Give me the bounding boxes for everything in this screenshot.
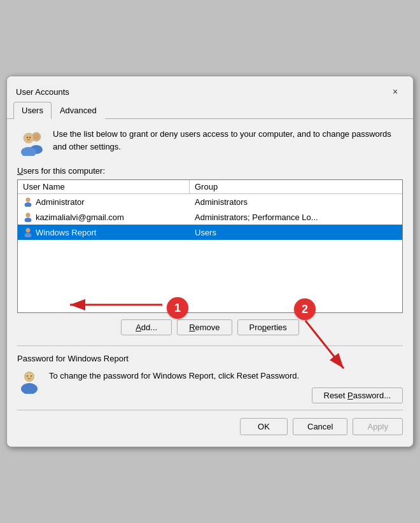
group-cell-winreport: Users (190, 227, 402, 239)
svg-point-18 (27, 375, 28, 377)
svg-point-12 (25, 218, 32, 222)
svg-point-17 (25, 373, 33, 380)
group-cell-admin: Administrators (190, 196, 402, 208)
svg-point-7 (29, 137, 31, 138)
users-section-label: Users for this computer: (17, 166, 403, 176)
name-cell-admin: Administrator (18, 195, 190, 208)
password-section: To change the password for Windows Repor… (17, 370, 403, 403)
remove-button[interactable]: Remove (177, 319, 232, 335)
intro-text: Use the list below to grant or deny user… (53, 128, 403, 153)
svg-point-11 (26, 213, 31, 218)
svg-point-13 (26, 228, 31, 233)
svg-point-8 (26, 198, 31, 202)
column-header-name: User Name (18, 180, 190, 193)
divider (17, 345, 403, 346)
group-cell-kazim: Administrators; Performance Lo... (190, 211, 402, 223)
reset-btn-row: Reset Password... (49, 387, 403, 403)
user-small-icon (23, 212, 33, 222)
table-row[interactable]: kazimalialvi@gmail.com Administrators; P… (18, 209, 402, 225)
tab-bar: Users Advanced (7, 102, 413, 119)
tab-users[interactable]: Users (13, 102, 52, 119)
apply-button[interactable]: Apply (353, 418, 403, 435)
bottom-divider (17, 410, 403, 410)
intro-section: Use the list below to grant or deny user… (17, 128, 403, 156)
password-user-icon (17, 370, 41, 394)
user-accounts-dialog: User Accounts × Users Advanced (6, 76, 414, 447)
column-header-group: Group (190, 180, 402, 193)
dialog-content: Use the list below to grant or deny user… (7, 119, 413, 447)
name-cell-kazim: kazimalialvi@gmail.com (18, 211, 190, 223)
user-action-buttons: Add... Remove Properties (17, 319, 403, 335)
bottom-buttons: OK Cancel Apply (17, 415, 403, 440)
users-icon (17, 128, 45, 156)
list-header: User Name Group (18, 180, 402, 194)
tab-advanced[interactable]: Advanced (52, 102, 105, 119)
svg-point-9 (25, 202, 32, 207)
name-cell-winreport: Windows Report (18, 226, 190, 239)
dialog-title: User Accounts (16, 87, 69, 97)
svg-point-16 (21, 383, 38, 394)
properties-button[interactable]: Properties (237, 319, 299, 335)
reset-password-button[interactable]: Reset Password... (312, 387, 403, 403)
svg-point-6 (27, 137, 28, 138)
close-button[interactable]: × (386, 83, 404, 101)
password-text: To change the password for Windows Repor… (49, 370, 403, 382)
svg-point-5 (25, 134, 32, 142)
user-small-icon (23, 227, 33, 237)
title-bar: User Accounts × (7, 76, 413, 101)
svg-point-19 (31, 375, 32, 377)
cancel-button[interactable]: Cancel (293, 418, 347, 435)
table-row[interactable]: Windows Report Users (18, 225, 402, 240)
add-button[interactable]: Add... (121, 319, 172, 335)
user-small-icon (23, 197, 33, 207)
ok-button[interactable]: OK (240, 418, 288, 435)
svg-point-14 (25, 233, 32, 237)
password-content: To change the password for Windows Repor… (49, 370, 403, 403)
user-list[interactable]: User Name Group Administrator Administra… (17, 179, 403, 313)
svg-point-4 (33, 134, 39, 140)
table-row[interactable]: Administrator Administrators (18, 194, 402, 209)
password-section-label: Password for Windows Report (17, 354, 403, 363)
